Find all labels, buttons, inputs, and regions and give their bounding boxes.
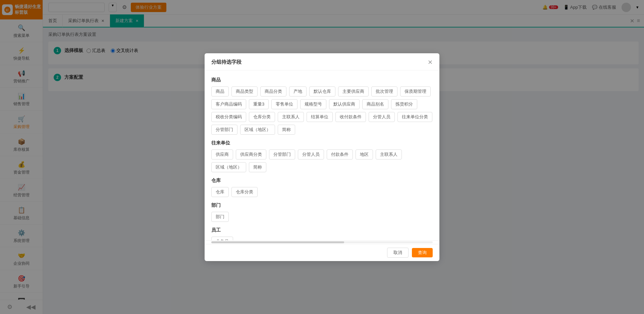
- hscroll-bar: [211, 241, 433, 243]
- field-select-dialog: 分组待选字段 ✕ 商品商品商品类型商品分类产地默认仓库主要供应商批次管理保质期管…: [205, 53, 439, 261]
- field-tag-供应商[interactable]: 供应商: [211, 149, 233, 160]
- field-tag-业务员[interactable]: 业务员: [211, 237, 233, 240]
- field-tag-重量3[interactable]: 重量3: [249, 99, 269, 109]
- field-tag-仓库分类[interactable]: 仓库分类: [231, 187, 258, 197]
- section-title-warehouse: 仓库: [211, 178, 433, 184]
- field-tag-结算单位[interactable]: 结算单位: [307, 112, 333, 122]
- dialog-footer: 取消 查询: [205, 244, 439, 261]
- dialog-overlay: 分组待选字段 ✕ 商品商品商品类型商品分类产地默认仓库主要供应商批次管理保质期管…: [43, 0, 644, 314]
- field-tags-warehouse: 仓库仓库分类: [211, 187, 433, 197]
- dialog-close-icon[interactable]: ✕: [428, 59, 433, 66]
- field-tag-默认仓库[interactable]: 默认仓库: [309, 86, 335, 97]
- field-tag-仓库[interactable]: 仓库: [211, 187, 229, 197]
- field-tag-商品[interactable]: 商品: [211, 86, 229, 97]
- field-tag-商品别名[interactable]: 商品别名: [362, 99, 388, 109]
- field-tag-往来单位分类[interactable]: 往来单位分类: [397, 112, 432, 122]
- field-tag-供应商分类[interactable]: 供应商分类: [236, 149, 266, 160]
- field-tags-employee: 业务员: [211, 237, 433, 240]
- main-area: ▾ ⚙ 体验行业方案 🔔 99+ 📱 App下载 💬 在线客服 ▾: [43, 0, 644, 314]
- section-title-employee: 员工: [211, 227, 433, 233]
- field-tag-地区[interactable]: 地区: [356, 149, 373, 160]
- field-tag-简称[interactable]: 简称: [249, 162, 266, 172]
- field-tag-主联系人[interactable]: 主联系人: [278, 112, 304, 122]
- dialog-hscroll[interactable]: [205, 240, 439, 244]
- field-tag-主联系人[interactable]: 主联系人: [376, 149, 402, 160]
- field-tag-区域（地区）[interactable]: 区域（地区）: [240, 125, 275, 135]
- field-tag-产地[interactable]: 产地: [289, 86, 307, 97]
- section-title-department: 部门: [211, 202, 433, 208]
- field-tag-商品分类[interactable]: 商品分类: [260, 86, 286, 97]
- field-tag-部门[interactable]: 部门: [211, 212, 229, 222]
- field-tags-goods: 商品商品类型商品分类产地默认仓库主要供应商批次管理保质期管理客户商品编码重量3零…: [211, 86, 433, 135]
- hscroll-thumb: [211, 241, 344, 243]
- field-tag-客户商品编码[interactable]: 客户商品编码: [211, 99, 246, 109]
- confirm-button[interactable]: 查询: [412, 248, 433, 257]
- section-title-partner: 往来单位: [211, 140, 433, 146]
- field-tags-department: 部门: [211, 212, 433, 222]
- field-tag-税收分类编码[interactable]: 税收分类编码: [211, 112, 246, 122]
- field-tag-分管人员[interactable]: 分管人员: [369, 112, 395, 122]
- field-tag-分管部门[interactable]: 分管部门: [211, 125, 237, 135]
- field-tag-批次管理[interactable]: 批次管理: [371, 86, 397, 97]
- field-tag-分管人员[interactable]: 分管人员: [298, 149, 324, 160]
- field-tag-分管部门[interactable]: 分管部门: [269, 149, 295, 160]
- field-tag-收付款条件[interactable]: 收付款条件: [335, 112, 366, 122]
- cancel-button[interactable]: 取消: [387, 248, 409, 258]
- field-tag-付款条件[interactable]: 付款条件: [327, 149, 353, 160]
- field-tag-主要供应商[interactable]: 主要供应商: [338, 86, 369, 97]
- field-tag-拣货积分[interactable]: 拣货积分: [391, 99, 417, 109]
- field-tags-partner: 供应商供应商分类分管部门分管人员付款条件地区主联系人区域（地区）简称: [211, 149, 433, 172]
- field-tag-规格型号[interactable]: 规格型号: [300, 99, 326, 109]
- field-tag-商品类型[interactable]: 商品类型: [231, 86, 258, 97]
- field-tag-区域（地区）[interactable]: 区域（地区）: [211, 162, 246, 172]
- field-tag-保质期管理[interactable]: 保质期管理: [400, 86, 431, 97]
- dialog-body[interactable]: 商品商品商品类型商品分类产地默认仓库主要供应商批次管理保质期管理客户商品编码重量…: [205, 70, 439, 240]
- section-title-goods: 商品: [211, 77, 433, 83]
- field-tag-零售单位[interactable]: 零售单位: [271, 99, 298, 109]
- field-tag-默认供应商[interactable]: 默认供应商: [329, 99, 360, 109]
- field-tag-仓库分类[interactable]: 仓库分类: [249, 112, 275, 122]
- field-tag-简称[interactable]: 简称: [278, 125, 295, 135]
- dialog-header: 分组待选字段 ✕: [205, 53, 439, 70]
- dialog-title: 分组待选字段: [211, 59, 241, 65]
